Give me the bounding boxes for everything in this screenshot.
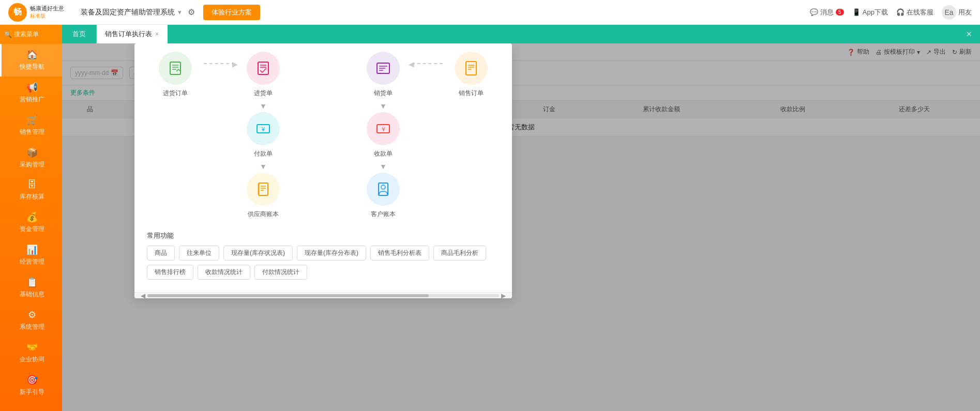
supplier-ledger-label: 供应商账本 bbox=[248, 210, 279, 219]
user-name: 用友 bbox=[958, 8, 972, 17]
sidebar-item-quick-nav[interactable]: 🏠 快捷导航 bbox=[0, 44, 62, 77]
customer-ledger-label: 客户账本 bbox=[371, 210, 396, 219]
func-btn-stock-status[interactable]: 现存量(库存状况表) bbox=[223, 246, 293, 261]
flow-item-purchase-bill[interactable]: 进货单 bbox=[235, 52, 292, 98]
svg-rect-11 bbox=[466, 62, 476, 75]
sidebar: 🔍 搜索菜单 🏠 快捷导航 📢 营销推广 🛒 销售管理 📦 采购管理 🗄 库存核… bbox=[0, 25, 62, 411]
inventory-icon: 🗄 bbox=[27, 179, 37, 190]
sidebar-item-basic[interactable]: 📋 基础信息 bbox=[0, 271, 62, 304]
receipt-label: 收款单 bbox=[374, 149, 393, 158]
func-btn-profit-analysis[interactable]: 销售毛利分析表 bbox=[370, 246, 429, 261]
sidebar-item-finance[interactable]: 💰 资金管理 bbox=[0, 206, 62, 239]
supplier-ledger-circle bbox=[247, 173, 280, 206]
flow-section: 进货订单 ▶ bbox=[134, 43, 512, 231]
flow-item-receipt[interactable]: ￥ 收款单 bbox=[355, 112, 412, 158]
tab-bar: 首页 销售订单执行表 × × bbox=[62, 25, 980, 43]
sidebar-item-label: 采购管理 bbox=[20, 160, 44, 169]
marketing-icon: 📢 bbox=[26, 82, 38, 93]
payment-label: 付款单 bbox=[254, 149, 273, 158]
scroll-right-icon[interactable]: ▶ bbox=[499, 292, 508, 299]
online-service-item[interactable]: 🎧 在线客服 bbox=[896, 8, 933, 17]
settings-icon[interactable]: ⚙ bbox=[188, 7, 195, 17]
svg-text:￥: ￥ bbox=[381, 126, 386, 132]
func-btn-product-profit[interactable]: 商品毛利分析 bbox=[433, 246, 486, 261]
func-btn-product[interactable]: 商品 bbox=[147, 246, 175, 261]
sidebar-item-label: 库存核算 bbox=[20, 192, 44, 201]
flow-item-sales-bill[interactable]: 销货单 bbox=[355, 52, 412, 98]
payment-circle: ¥ bbox=[247, 112, 280, 145]
func-btn-stock-dist[interactable]: 现存量(库存分布表) bbox=[297, 246, 366, 261]
flow-item-supplier-ledger[interactable]: 供应商账本 bbox=[235, 173, 292, 219]
tab-sales-order[interactable]: 销售订单执行表 × bbox=[97, 25, 168, 43]
header-right: 💬 消息 5 📱 App下载 🎧 在线客服 Ea 用友 bbox=[810, 5, 972, 20]
trial-button[interactable]: 体验行业方案 bbox=[203, 5, 260, 20]
tab-close-all-button[interactable]: × bbox=[958, 29, 980, 40]
tab-home[interactable]: 首页 bbox=[62, 25, 97, 43]
home-icon: 🏠 bbox=[26, 49, 38, 60]
sidebar-item-system[interactable]: ⚙ 系统管理 bbox=[0, 304, 62, 337]
system-title-area: 装备及固定资产辅助管理系统 ▾ ⚙ 体验行业方案 bbox=[70, 5, 810, 20]
avatar-text: Ea bbox=[944, 8, 953, 17]
func-btn-partner[interactable]: 往来单位 bbox=[179, 246, 219, 261]
user-item[interactable]: Ea 用友 bbox=[942, 5, 972, 20]
sales-order-label: 销售订单 bbox=[459, 89, 484, 98]
enterprise-icon: 🤝 bbox=[26, 342, 38, 353]
purchase-icon: 📦 bbox=[26, 147, 38, 158]
search-icon: 🔍 bbox=[4, 31, 12, 38]
top-header: 畅 畅康通好生意 标准版 装备及固定资产辅助管理系统 ▾ ⚙ 体验行业方案 💬 … bbox=[0, 0, 980, 25]
arrow-down-sb: ▼ bbox=[355, 102, 412, 110]
sidebar-item-label: 快捷导航 bbox=[20, 63, 44, 71]
flow-row-2: ¥ 付款单 ￥ 收款单 bbox=[147, 112, 500, 158]
message-badge: 5 bbox=[836, 9, 844, 16]
sales-bill-circle bbox=[367, 52, 400, 85]
sidebar-item-operation[interactable]: 📊 经营管理 bbox=[0, 239, 62, 271]
func-btn-receipt-stats[interactable]: 收款情况统计 bbox=[198, 265, 250, 280]
func-btn-payment-stats[interactable]: 付款情况统计 bbox=[254, 265, 307, 280]
logo-text: 畅康通好生意 bbox=[30, 5, 64, 12]
purchase-bill-circle bbox=[247, 52, 280, 85]
purchase-bill-label: 进货单 bbox=[254, 89, 273, 98]
common-functions: 常用功能 商品 往来单位 现存量(库存状况表) 现存量(库存分布表) 销售毛利分… bbox=[134, 231, 512, 292]
guide-icon: 🎯 bbox=[26, 374, 38, 386]
flow-row-3: 供应商账本 客户账本 bbox=[147, 173, 500, 219]
logo-icon: 畅 bbox=[8, 3, 27, 22]
func-btn-row-2: 销售排行榜 收款情况统计 付款情况统计 bbox=[147, 265, 500, 280]
sales-order-circle bbox=[455, 52, 488, 85]
scrollbar-thumb bbox=[147, 294, 429, 297]
sidebar-item-purchase[interactable]: 📦 采购管理 bbox=[0, 142, 62, 174]
sidebar-item-label: 资金管理 bbox=[20, 225, 44, 234]
overlay[interactable]: 进货订单 ▶ bbox=[62, 43, 980, 411]
func-btn-sales-ranking[interactable]: 销售排行榜 bbox=[147, 265, 193, 280]
mobile-icon: 📱 bbox=[852, 8, 861, 16]
message-label: 消息 bbox=[820, 8, 834, 17]
func-btn-row-1: 商品 往来单位 现存量(库存状况表) 现存量(库存分布表) 销售毛利分析表 商品… bbox=[147, 246, 500, 261]
flow-item-purchase-order[interactable]: 进货订单 bbox=[147, 52, 204, 98]
scroll-left-icon[interactable]: ◀ bbox=[139, 292, 147, 299]
dropdown-arrow-icon[interactable]: ▾ bbox=[178, 8, 182, 16]
flow-item-sales-order[interactable]: 销售订单 bbox=[443, 52, 500, 98]
svg-rect-4 bbox=[258, 62, 268, 74]
sidebar-item-label: 营销推广 bbox=[20, 95, 44, 104]
popup-scrollbar: ◀ ▶ bbox=[134, 292, 512, 298]
flow-arrows-down-row2: ▼ ▼ bbox=[147, 162, 500, 171]
sidebar-item-enterprise[interactable]: 🤝 企业协同 bbox=[0, 337, 62, 369]
online-service-label: 在线客服 bbox=[907, 8, 933, 17]
arrow-down-payment: ▼ bbox=[235, 162, 292, 171]
page-content: ❓ 帮助 🖨 按模板打印 ▾ ↗ 导出 ↻ 刷新 bbox=[62, 43, 980, 411]
app-download-item[interactable]: 📱 App下载 bbox=[852, 8, 888, 17]
sidebar-item-label: 销售管理 bbox=[20, 128, 44, 136]
sidebar-search[interactable]: 🔍 搜索菜单 bbox=[0, 25, 62, 44]
flow-row-1: 进货订单 ▶ bbox=[147, 52, 500, 98]
popup-card: 进货订单 ▶ bbox=[134, 43, 512, 298]
flow-item-customer-ledger[interactable]: 客户账本 bbox=[355, 173, 412, 219]
customer-ledger-circle bbox=[367, 173, 400, 206]
avatar: Ea bbox=[942, 5, 956, 20]
sidebar-item-guide[interactable]: 🎯 新手引导 bbox=[0, 369, 62, 402]
flow-item-payment[interactable]: ¥ 付款单 bbox=[235, 112, 292, 158]
tab-close-icon[interactable]: × bbox=[155, 31, 159, 38]
sidebar-item-sales[interactable]: 🛒 销售管理 bbox=[0, 109, 62, 142]
sidebar-item-marketing[interactable]: 📢 营销推广 bbox=[0, 77, 62, 109]
message-item[interactable]: 💬 消息 5 bbox=[810, 8, 844, 17]
service-icon: 🎧 bbox=[896, 8, 904, 16]
sidebar-item-inventory[interactable]: 🗄 库存核算 bbox=[0, 174, 62, 206]
